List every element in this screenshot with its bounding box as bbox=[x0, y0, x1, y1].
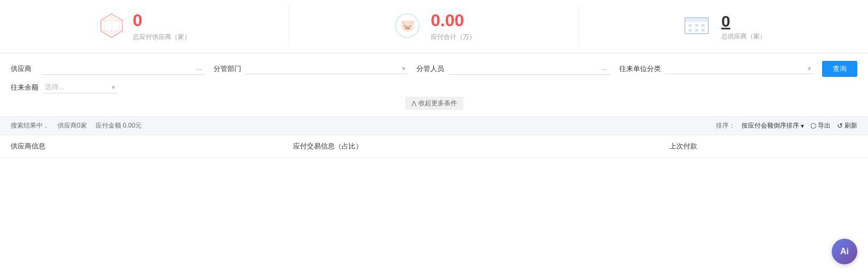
dept-dropdown[interactable]: ▾ bbox=[246, 64, 408, 74]
payable-total-number: 0.00 bbox=[431, 11, 464, 30]
payable-suppliers-label: 总应付供应商（家） bbox=[133, 33, 191, 42]
sort-label: 排序： bbox=[716, 121, 735, 130]
balance-field: 往来余额 选择... ▾ bbox=[11, 81, 117, 93]
sort-chevron-icon: ▾ bbox=[801, 122, 804, 130]
piggy-icon: 🐷 bbox=[392, 11, 422, 42]
result-actions: 排序： 按应付会额倒序排序 ▾ ⬡ 导出 ↺ 刷新 bbox=[716, 121, 857, 130]
svg-rect-8 bbox=[685, 18, 708, 22]
stat-payable-total: 🐷 快速录单的快捷键说明在这里 × 0.00 应付合计（万） bbox=[289, 6, 579, 46]
collapse-up-icon: ⋀ bbox=[412, 100, 416, 107]
stat-payable-suppliers: 0 总应付供应商（家） bbox=[0, 6, 289, 46]
svg-rect-10 bbox=[695, 24, 698, 27]
payable-total-label: 应付合计（万） bbox=[431, 33, 476, 42]
dept-label: 分管部门 bbox=[214, 64, 241, 74]
refresh-icon: ↺ bbox=[837, 122, 843, 130]
supplier-more-dots[interactable]: ··· bbox=[194, 65, 203, 73]
category-dropdown[interactable]: ▾ bbox=[665, 64, 814, 74]
category-label: 往来单位分类 bbox=[619, 64, 661, 74]
supplier-label: 供应商 bbox=[11, 64, 37, 74]
svg-rect-12 bbox=[689, 29, 692, 32]
sort-value: 按应付会额倒序排序 bbox=[741, 121, 799, 130]
balance-placeholder: 选择... bbox=[45, 82, 65, 92]
th-last-payment: 上次付款 bbox=[669, 142, 857, 151]
svg-rect-14 bbox=[701, 29, 705, 32]
table-body bbox=[0, 158, 868, 275]
person-input-wrap[interactable]: ··· bbox=[448, 64, 611, 75]
refresh-label: 刷新 bbox=[845, 121, 857, 130]
result-info: 搜索结果中， 供应商0家 应付金额 0.00元 bbox=[11, 121, 141, 130]
person-more-dots[interactable]: ··· bbox=[600, 65, 609, 73]
total-suppliers-label: 总供应商（家） bbox=[721, 32, 766, 41]
top-stats-bar: 0 总应付供应商（家） 🐷 快速录单的快捷键说明在这里 × bbox=[0, 0, 868, 53]
balance-chevron-icon: ▾ bbox=[112, 83, 115, 91]
supplier-input-wrap[interactable]: ··· bbox=[42, 64, 205, 75]
supplier-count: 供应商0家 bbox=[58, 121, 87, 130]
dept-field: 分管部门 ▾ bbox=[214, 64, 408, 74]
refresh-button[interactable]: ↺ 刷新 bbox=[837, 121, 857, 130]
search-bar: 供应商 ··· 分管部门 ▾ 分管人员 ··· 往来单位分类 bbox=[0, 53, 868, 117]
payable-suppliers-number: 0 bbox=[133, 11, 143, 30]
ai-label: Ai bbox=[840, 247, 849, 256]
category-field: 往来单位分类 ▾ bbox=[619, 64, 814, 74]
result-bar: 搜索结果中， 供应商0家 应付金额 0.00元 排序： 按应付会额倒序排序 ▾ … bbox=[0, 117, 868, 135]
table-header: 供应商信息 应付交易信息（占比） 上次付款 bbox=[0, 135, 868, 158]
supplier-input[interactable] bbox=[44, 65, 194, 73]
svg-rect-9 bbox=[689, 24, 692, 27]
person-field: 分管人员 ··· bbox=[416, 64, 611, 75]
total-suppliers-number: 0 bbox=[721, 12, 730, 30]
search-result-label: 搜索结果中， bbox=[11, 121, 49, 130]
person-input[interactable] bbox=[451, 65, 600, 73]
stat-total-suppliers: 0 总供应商（家） bbox=[579, 6, 868, 46]
export-label: 导出 bbox=[818, 121, 831, 130]
export-button[interactable]: ⬡ 导出 bbox=[810, 121, 831, 130]
supplier-field: 供应商 ··· bbox=[11, 64, 205, 75]
query-button[interactable]: 查询 bbox=[822, 61, 857, 77]
amount-label: 应付金额 0.00元 bbox=[96, 121, 142, 130]
svg-text:🐷: 🐷 bbox=[400, 18, 415, 33]
sort-dropdown[interactable]: 按应付会额倒序排序 ▾ bbox=[741, 121, 804, 130]
collapse-button[interactable]: ⋀ 收起更多条件 bbox=[405, 97, 463, 110]
search-row-1: 供应商 ··· 分管部门 ▾ 分管人员 ··· 往来单位分类 bbox=[11, 61, 857, 77]
balance-dropdown[interactable]: 选择... ▾ bbox=[43, 81, 117, 93]
collapse-row: ⋀ 收起更多条件 bbox=[11, 93, 857, 112]
collapse-label: 收起更多条件 bbox=[419, 99, 457, 108]
person-label: 分管人员 bbox=[416, 64, 444, 74]
svg-rect-13 bbox=[695, 29, 698, 32]
svg-rect-11 bbox=[701, 24, 705, 27]
dept-chevron-icon: ▾ bbox=[402, 65, 406, 73]
building-icon bbox=[681, 12, 713, 41]
diamond-icon bbox=[99, 13, 124, 40]
export-icon: ⬡ bbox=[810, 122, 816, 130]
table-container: 供应商信息 应付交易信息（占比） 上次付款 bbox=[0, 135, 868, 275]
balance-label: 往来余额 bbox=[11, 83, 38, 92]
ai-badge[interactable]: Ai bbox=[832, 239, 857, 264]
th-supplier-info: 供应商信息 bbox=[11, 142, 293, 151]
search-row-2: 往来余额 选择... ▾ bbox=[11, 81, 857, 93]
th-payable-info: 应付交易信息（占比） bbox=[293, 142, 669, 151]
category-chevron-icon: ▾ bbox=[808, 65, 811, 73]
